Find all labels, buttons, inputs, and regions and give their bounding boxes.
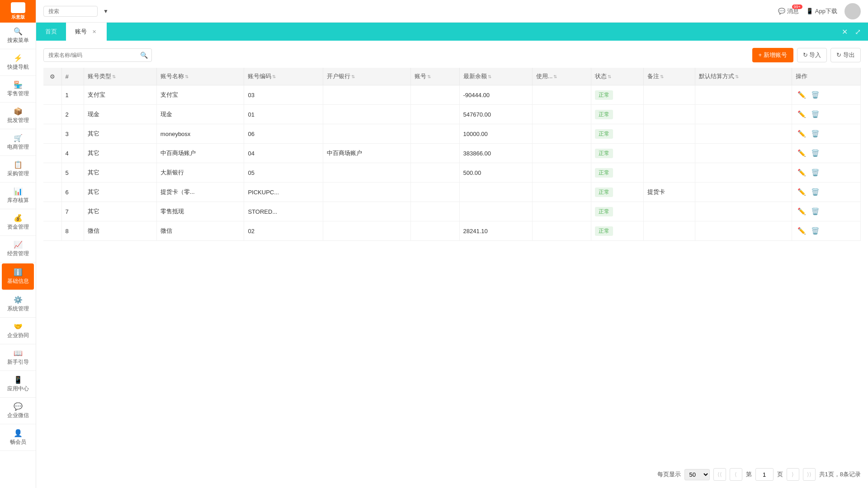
message-button[interactable]: 💬 消息 99+ xyxy=(778,7,799,15)
page-last-button[interactable]: ⟩⟩ xyxy=(803,468,816,481)
sidebar-item-member[interactable]: 👤 畅会员 xyxy=(0,424,36,451)
row-code: 06 xyxy=(244,124,323,144)
tab-accounts[interactable]: 账号 ✕ xyxy=(66,23,107,41)
row-action: ✏️ 🗑️ xyxy=(792,124,860,144)
member-icon: 👤 xyxy=(2,429,34,437)
page-number-input[interactable] xyxy=(755,468,774,481)
row-settlement xyxy=(695,183,792,202)
sidebar-item-label: 库存核算 xyxy=(7,197,29,203)
row-name: 支付宝 xyxy=(156,85,244,105)
row-type: 支付宝 xyxy=(84,85,156,105)
row-delete-button[interactable]: 🗑️ xyxy=(809,206,821,216)
row-delete-button[interactable]: 🗑️ xyxy=(809,148,821,158)
row-delete-button[interactable]: 🗑️ xyxy=(809,129,821,139)
row-type: 其它 xyxy=(84,163,156,183)
row-settings-cell xyxy=(43,124,61,144)
col-bank[interactable]: 开户银行⇅ xyxy=(323,68,410,85)
col-status[interactable]: 状态⇅ xyxy=(591,68,643,85)
add-account-button[interactable]: + 新增账号 xyxy=(752,48,793,62)
retail-icon: 🏪 xyxy=(2,80,34,89)
tab-maximize-icon[interactable]: ⤢ xyxy=(853,26,863,38)
sidebar-item-retail[interactable]: 🏪 零售管理 xyxy=(0,76,36,103)
table-row: 7 其它 零售抵现 STORED... 正常 ✏️ 🗑️ xyxy=(43,202,861,221)
page-first-button[interactable]: ⟨⟨ xyxy=(713,468,726,481)
col-action: 操作 xyxy=(792,68,860,85)
sidebar-item-shortcut[interactable]: ⚡ 快捷导航 xyxy=(0,49,36,76)
row-delete-button[interactable]: 🗑️ xyxy=(809,109,821,119)
col-account[interactable]: 账号⇅ xyxy=(410,68,459,85)
row-bank xyxy=(323,85,410,105)
row-delete-button[interactable]: 🗑️ xyxy=(809,90,821,100)
sidebar-item-search-menu[interactable]: 🔍 搜索菜单 xyxy=(0,23,36,49)
row-account xyxy=(410,202,459,221)
sidebar-item-enterprise-wechat[interactable]: 💬 企业微信 xyxy=(0,398,36,424)
sidebar-item-finance[interactable]: 💰 资金管理 xyxy=(0,209,36,236)
page-of-label: 页 xyxy=(777,470,783,479)
col-index: # xyxy=(61,68,84,85)
topbar-dropdown[interactable]: ▼ xyxy=(103,8,108,14)
sidebar-item-guide[interactable]: 📖 新手引导 xyxy=(0,344,36,371)
table-row: 8 微信 微信 02 28241.10 正常 ✏️ 🗑️ xyxy=(43,221,861,241)
row-bank xyxy=(323,105,410,124)
tab-close-all-icon[interactable]: ✕ xyxy=(840,26,849,38)
row-remark xyxy=(643,85,695,105)
row-delete-button[interactable]: 🗑️ xyxy=(809,187,821,197)
row-action: ✏️ 🗑️ xyxy=(792,221,860,241)
account-search-input[interactable] xyxy=(44,49,137,61)
topbar-search-input[interactable] xyxy=(43,6,98,17)
col-code[interactable]: 账号编码⇅ xyxy=(244,68,323,85)
row-edit-button[interactable]: ✏️ xyxy=(796,109,808,119)
row-delete-button[interactable]: 🗑️ xyxy=(809,226,821,236)
inventory-icon: 📊 xyxy=(2,187,34,196)
row-delete-button[interactable]: 🗑️ xyxy=(809,168,821,178)
sidebar-item-purchase[interactable]: 📋 采购管理 xyxy=(0,156,36,183)
col-settlement[interactable]: 默认结算方式⇅ xyxy=(695,68,792,85)
sidebar-item-label: 零售管理 xyxy=(7,90,29,97)
row-account xyxy=(410,85,459,105)
sidebar-item-inventory[interactable]: 📊 库存核算 xyxy=(0,183,36,209)
col-usage[interactable]: 使用...⇅ xyxy=(532,68,591,85)
sidebar-item-wholesale[interactable]: 📦 批发管理 xyxy=(0,103,36,129)
row-action: ✏️ 🗑️ xyxy=(792,144,860,163)
message-icon: 💬 xyxy=(778,8,785,14)
sidebar-item-system[interactable]: ⚙️ 系统管理 xyxy=(0,291,36,318)
account-search-button[interactable]: 🔍 xyxy=(137,49,151,61)
page-prev-button[interactable]: ⟨ xyxy=(730,468,742,481)
sidebar-item-operations[interactable]: 📈 经营管理 xyxy=(0,236,36,263)
tab-home[interactable]: 首页 xyxy=(36,23,66,41)
row-usage xyxy=(532,202,591,221)
row-edit-button[interactable]: ✏️ xyxy=(796,129,808,139)
import-button[interactable]: ↻ 导入 xyxy=(797,48,827,62)
sidebar-item-basic-info[interactable]: ℹ️ 基础信息 xyxy=(2,263,34,290)
sidebar-item-cooperation[interactable]: 🤝 企业协同 xyxy=(0,318,36,344)
user-avatar[interactable] xyxy=(844,3,861,19)
sidebar-item-label: 经营管理 xyxy=(7,250,29,257)
sidebar-item-label: 批发管理 xyxy=(7,117,29,123)
row-edit-button[interactable]: ✏️ xyxy=(796,206,808,216)
col-name[interactable]: 账号名称⇅ xyxy=(156,68,244,85)
page-size-select[interactable]: 50 10 20 100 xyxy=(684,469,710,480)
row-edit-button[interactable]: ✏️ xyxy=(796,148,808,158)
row-edit-button[interactable]: ✏️ xyxy=(796,168,808,178)
row-bank xyxy=(323,163,410,183)
row-edit-button[interactable]: ✏️ xyxy=(796,90,808,100)
row-usage xyxy=(532,124,591,144)
tab-accounts-close[interactable]: ✕ xyxy=(90,28,98,35)
col-balance[interactable]: 最新余额⇅ xyxy=(459,68,532,85)
table-row: 2 现金 现金 01 547670.00 正常 ✏️ 🗑️ xyxy=(43,105,861,124)
sidebar-item-label: 应用中心 xyxy=(7,385,29,392)
main-area: ▼ 💬 消息 99+ 📱 App下载 首页 账号 ✕ ✕ ⤢ xyxy=(36,0,868,488)
sidebar-item-app-center[interactable]: 📱 应用中心 xyxy=(0,371,36,398)
app-download-button[interactable]: 📱 App下载 xyxy=(806,7,837,15)
col-remark[interactable]: 备注⇅ xyxy=(643,68,695,85)
sidebar-item-ecommerce[interactable]: 🛒 电商管理 xyxy=(0,129,36,156)
col-settings[interactable]: ⚙ xyxy=(43,68,61,85)
page-next-button[interactable]: ⟩ xyxy=(787,468,799,481)
row-bank xyxy=(323,202,410,221)
row-type: 其它 xyxy=(84,183,156,202)
row-remark xyxy=(643,105,695,124)
col-type[interactable]: 账号类型⇅ xyxy=(84,68,156,85)
export-button[interactable]: ↻ 导出 xyxy=(830,48,861,62)
row-edit-button[interactable]: ✏️ xyxy=(796,226,808,236)
row-edit-button[interactable]: ✏️ xyxy=(796,187,808,197)
